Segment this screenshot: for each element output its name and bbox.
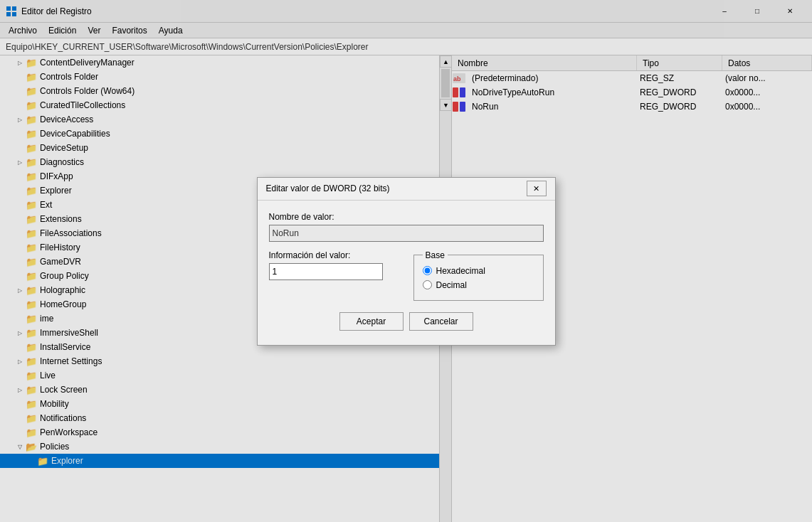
- modal-value-label: Información del valor:: [269, 250, 399, 260]
- modal-radio-hex[interactable]: [423, 266, 432, 275]
- modal-form-row: Información del valor: Base Hexadecimal …: [269, 250, 544, 301]
- modal-body: Nombre de valor: Información del valor: …: [258, 201, 555, 345]
- modal-radio-dec-label[interactable]: Decimal: [423, 280, 534, 290]
- modal-titlebar: Editar valor de DWORD (32 bits) ✕: [258, 178, 555, 201]
- modal-buttons: Aceptar Cancelar: [269, 312, 544, 336]
- modal-overlay: Editar valor de DWORD (32 bits) ✕ Nombre…: [0, 0, 812, 522]
- modal-aceptar-button[interactable]: Aceptar: [339, 312, 404, 331]
- modal-radio-dec-text: Decimal: [436, 280, 467, 290]
- modal-dword-editor: Editar valor de DWORD (32 bits) ✕ Nombre…: [257, 177, 556, 346]
- modal-radio-hex-text: Hexadecimal: [436, 266, 485, 276]
- modal-radio-dec[interactable]: [423, 280, 432, 289]
- modal-value-input[interactable]: [269, 263, 383, 280]
- modal-name-input[interactable]: [269, 225, 544, 242]
- modal-title: Editar valor de DWORD (32 bits): [266, 183, 527, 193]
- modal-radio-hex-label[interactable]: Hexadecimal: [423, 266, 534, 276]
- modal-name-label: Nombre de valor:: [269, 212, 544, 222]
- modal-cancelar-button[interactable]: Cancelar: [409, 312, 473, 331]
- modal-base-legend: Base: [423, 250, 448, 260]
- modal-close-button[interactable]: ✕: [527, 181, 547, 196]
- modal-base-col: Base Hexadecimal Decimal: [413, 250, 544, 301]
- modal-base-fieldset: Base Hexadecimal Decimal: [413, 250, 544, 301]
- modal-value-col: Información del valor:: [269, 250, 399, 301]
